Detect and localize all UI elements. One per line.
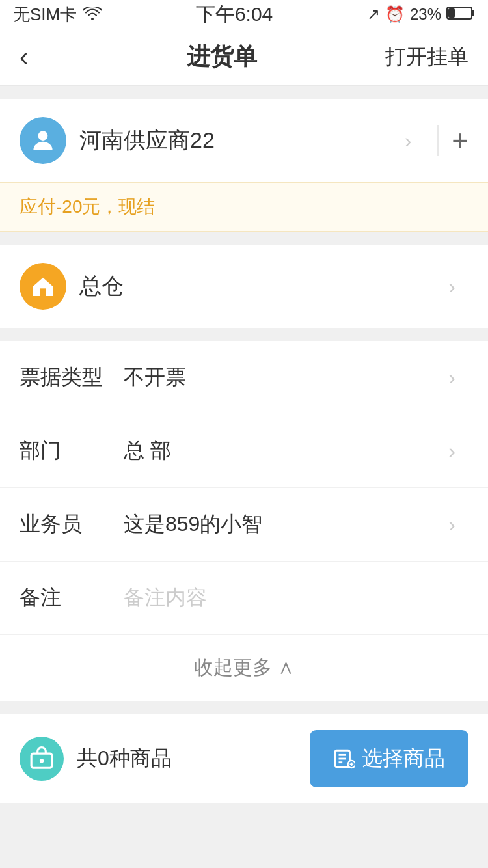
section-gap-4	[0, 701, 488, 714]
section-gap-2	[0, 232, 488, 245]
product-count-area: 共0种商品	[20, 737, 172, 781]
svg-point-3	[38, 131, 48, 141]
remarks-input[interactable]: 备注内容	[111, 584, 468, 612]
salesperson-label: 业务员	[20, 510, 111, 539]
form-section: 票据类型 不开票 › 部门 总 部 › 业务员 这是859的小智 › 备注 备注…	[0, 341, 488, 701]
svg-rect-4	[40, 288, 46, 296]
department-row[interactable]: 部门 总 部 ›	[0, 414, 488, 488]
status-left: 无SIM卡	[13, 3, 102, 26]
product-count-text: 共0种商品	[77, 744, 172, 773]
status-right: ↗ ⏰ 23%	[367, 5, 475, 25]
supplier-avatar	[20, 117, 66, 164]
wifi-icon	[83, 5, 102, 25]
product-icon	[20, 737, 64, 781]
warehouse-icon	[20, 263, 66, 310]
select-product-icon	[333, 748, 355, 770]
signal-text: 无SIM卡	[13, 3, 77, 26]
section-gap-3	[0, 328, 488, 341]
remarks-label: 备注	[20, 584, 111, 612]
location-icon: ↗	[367, 5, 380, 23]
warehouse-section: 总仓 ›	[0, 245, 488, 328]
salesperson-value: 这是859的小智	[111, 510, 448, 539]
add-button[interactable]: +	[452, 126, 468, 155]
alarm-icon: ⏰	[385, 5, 405, 23]
supplier-section: 河南供应商22 › + 应付-20元，现结	[0, 99, 488, 232]
battery-text: 23%	[410, 5, 441, 23]
supplier-notice: 应付-20元，现结	[0, 182, 488, 232]
warehouse-name: 总仓	[79, 271, 448, 301]
invoice-chevron-icon: ›	[448, 366, 455, 390]
supplier-divider	[437, 125, 439, 156]
department-label: 部门	[20, 437, 111, 465]
salesperson-row[interactable]: 业务员 这是859的小智 ›	[0, 488, 488, 562]
supplier-chevron-icon: ›	[405, 129, 412, 153]
select-product-label: 选择商品	[362, 744, 445, 773]
svg-rect-1	[472, 10, 474, 16]
svg-rect-2	[448, 8, 455, 18]
warehouse-chevron-icon: ›	[448, 275, 455, 299]
battery-icon	[446, 5, 475, 25]
supplier-row[interactable]: 河南供应商22 › +	[0, 99, 488, 182]
back-button[interactable]: ‹	[20, 42, 59, 72]
invoice-row[interactable]: 票据类型 不开票 ›	[0, 341, 488, 414]
open-pending-button[interactable]: 打开挂单	[385, 43, 468, 72]
collapse-row[interactable]: 收起更多 ∧	[0, 634, 488, 701]
collapse-label: 收起更多 ∧	[194, 657, 293, 678]
empty-content-area	[0, 803, 488, 868]
department-chevron-icon: ›	[448, 439, 455, 463]
status-bar: 无SIM卡 下午6:04 ↗ ⏰ 23%	[0, 0, 488, 29]
status-time: 下午6:04	[196, 1, 273, 28]
salesperson-chevron-icon: ›	[448, 513, 455, 537]
section-gap-1	[0, 86, 488, 99]
invoice-value: 不开票	[111, 363, 448, 392]
department-value: 总 部	[111, 437, 448, 465]
select-product-button[interactable]: 选择商品	[310, 730, 468, 787]
warehouse-row[interactable]: 总仓 ›	[0, 245, 488, 328]
page-title: 进货单	[187, 41, 257, 73]
nav-bar: ‹ 进货单 打开挂单	[0, 29, 488, 86]
remarks-row[interactable]: 备注 备注内容	[0, 562, 488, 634]
svg-point-6	[40, 759, 44, 763]
bottom-bar: 共0种商品 选择商品	[0, 714, 488, 803]
supplier-name: 河南供应商22	[79, 126, 405, 156]
invoice-label: 票据类型	[20, 363, 111, 392]
